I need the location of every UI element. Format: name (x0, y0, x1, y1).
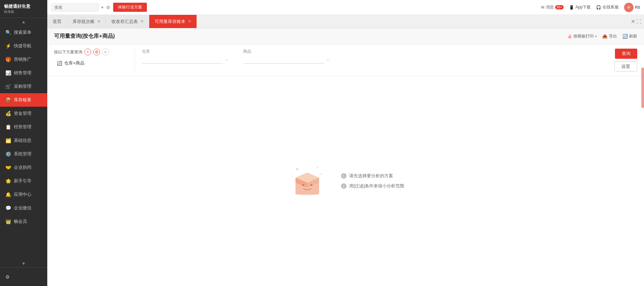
logo-subtitle: 标准版 (4, 9, 43, 14)
tab-close-all-button[interactable]: ✕ (631, 19, 635, 24)
settings-button[interactable]: 设置 (614, 61, 637, 72)
sidebar-item-inventory[interactable]: 📦 库存核算 (0, 93, 47, 107)
appcenter-icon: 🔔 (5, 192, 11, 197)
app-download-button[interactable]: 📱 App下载 (569, 4, 591, 10)
tab-summary[interactable]: 收发存汇总表 ✕ (106, 15, 149, 28)
sidebar-item-label-search: 搜索菜单 (14, 29, 31, 35)
sidebar-item-search[interactable]: 🔍 搜索菜单 (0, 26, 47, 39)
right-scrollbar[interactable] (641, 68, 644, 108)
content: 可用量查询(按仓库+商品) 🖨 按模板打印 ▾ 📤 导出 🔄 刷新 (47, 28, 644, 286)
sidebar-item-system[interactable]: ⚙️ 系统管理 (0, 147, 47, 161)
avatar: R (624, 3, 634, 12)
sidebar-item-label-member: 畅会员 (14, 218, 27, 225)
sidebar-item-label-purchase: 采购管理 (14, 83, 31, 89)
main: ▾ ⚙ 体验行业方案 ✉ 消息 99+ 📱 App下载 🎧 在线客服 R Ri (47, 0, 644, 286)
sidebar-item-purchase[interactable]: 🛒 采购管理 (0, 80, 47, 93)
filter-area: 按以下方案查询 + ⚙ « 🔄 仓库+商品 仓库 ··· (47, 45, 644, 76)
filter-option-warehouse[interactable]: 🔄 仓库+商品 (54, 58, 129, 68)
user-menu[interactable]: R Rit (624, 3, 640, 12)
goods-input-row: ··· (243, 56, 338, 64)
avatar-text: R (627, 5, 630, 9)
warehouse-input[interactable] (142, 56, 223, 64)
goods-label: 商品 (243, 49, 338, 54)
message-label: 消息 (546, 4, 554, 10)
sidebar-item-basic[interactable]: 🗂️ 基础信息 (0, 134, 47, 147)
export-button[interactable]: 📤 导出 (602, 33, 617, 39)
settings-icon: ⚙ (5, 274, 10, 280)
message-button[interactable]: ✉ 消息 99+ (541, 4, 564, 10)
sidebar-item-label-enterprise: 企业协同 (14, 164, 31, 171)
sidebar-item-member[interactable]: 👑 畅会员 (0, 215, 47, 228)
message-badge: 99+ (555, 5, 564, 9)
empty-state: 1 请先选择要分析的方案 2 用[过滤]条件来缩小分析范围 (47, 76, 644, 286)
sidebar-item-enterprise[interactable]: 🤝 企业协同 (0, 161, 47, 174)
sidebar-item-finance[interactable]: 💰 资金管理 (0, 107, 47, 120)
goods-more-btn[interactable]: ··· (326, 57, 330, 62)
svg-point-5 (302, 184, 304, 186)
export-icon: 📤 (602, 34, 608, 39)
collapse-button[interactable]: « (102, 49, 109, 55)
tab-batch-label: 库存批次账 (73, 19, 95, 25)
print-chevron: ▾ (595, 34, 597, 38)
tab-available-label: 可用量库存账本 (155, 19, 185, 25)
shortcut-icon: ⚡ (5, 43, 11, 49)
inventory-icon: 📦 (5, 97, 11, 103)
sidebar-scroll-up[interactable]: ▲ (0, 18, 47, 26)
tab-home[interactable]: 首页 (47, 15, 67, 28)
print-label: 按模板打印 (573, 33, 594, 39)
sales-icon: 📊 (5, 70, 11, 76)
service-button[interactable]: 🎧 在线客服 (596, 4, 619, 10)
sidebar-scroll-down[interactable]: ▼ (0, 260, 47, 267)
svg-point-8 (317, 167, 318, 168)
sidebar-item-appcenter[interactable]: 🔔 应用中心 (0, 188, 47, 201)
step2-num: 2 (341, 183, 346, 189)
warehouse-more-btn[interactable]: ··· (225, 57, 228, 62)
filter-right: 仓库 ··· 商品 ··· 查询 设置 (135, 49, 637, 72)
sidebar-item-operations[interactable]: 📋 经营管理 (0, 120, 47, 134)
sidebar-item-label-shortcut: 快捷导航 (14, 43, 31, 49)
sidebar-item-marketing[interactable]: 🎁 营销推广 (0, 53, 47, 66)
tab-expand-button[interactable]: ⛶ (637, 19, 641, 24)
sidebar-item-settings[interactable]: ⚙ (0, 270, 47, 283)
sidebar-item-sales[interactable]: 📊 销售管理 (0, 66, 47, 80)
tab-batch[interactable]: 库存批次账 ✕ (67, 15, 106, 28)
tab-summary-close-icon[interactable]: ✕ (140, 19, 144, 24)
trial-button[interactable]: 体验行业方案 (113, 3, 147, 12)
tabbar-actions: ✕ ⛶ (628, 15, 644, 28)
step1-label: 请先选择要分析的方案 (349, 173, 393, 179)
refresh-button[interactable]: 🔄 刷新 (622, 33, 637, 39)
tabbar: 首页 库存批次账 ✕ 收发存汇总表 ✕ 可用量库存账本 ✕ ✕ ⛶ (47, 15, 644, 28)
page-header: 可用量查询(按仓库+商品) 🖨 按模板打印 ▾ 📤 导出 🔄 刷新 (47, 28, 644, 45)
sidebar-item-label-sales: 销售管理 (14, 70, 31, 76)
tab-available-close-icon[interactable]: ✕ (188, 19, 191, 24)
tab-batch-close-icon[interactable]: ✕ (97, 19, 100, 24)
goods-input[interactable] (243, 56, 324, 64)
empty-step2: 2 用[过滤]条件来缩小分析范围 (341, 183, 404, 189)
goods-field: 商品 ··· (243, 49, 338, 64)
weixin-icon: 💬 (5, 205, 11, 211)
sidebar-item-newbie[interactable]: 🌟 新手引导 (0, 174, 47, 188)
edit-scheme-button[interactable]: ⚙ (93, 49, 100, 55)
system-icon: ⚙️ (5, 151, 11, 157)
svg-point-10 (291, 175, 293, 177)
sidebar-item-label-newbie: 新手引导 (14, 178, 31, 184)
sidebar: 畅捷通好生意 标准版 ▲ 🔍 搜索菜单 ⚡ 快捷导航 🎁 营销推广 📊 销售管理… (0, 0, 47, 286)
search-icon: 🔍 (5, 30, 11, 35)
message-icon: ✉ (541, 5, 544, 10)
member-icon: 👑 (5, 219, 11, 224)
query-button[interactable]: 查询 (615, 49, 637, 59)
filter-actions: 查询 设置 (614, 49, 637, 72)
topbar-gear-icon[interactable]: ⚙ (106, 5, 110, 10)
sidebar-item-shortcut[interactable]: ⚡ 快捷导航 (0, 39, 47, 53)
sidebar-item-weixin[interactable]: 💬 企业微信 (0, 201, 47, 215)
app-label: App下载 (575, 4, 591, 10)
search-input[interactable] (51, 3, 99, 11)
add-scheme-button[interactable]: + (84, 49, 91, 55)
page-header-actions: 🖨 按模板打印 ▾ 📤 导出 🔄 刷新 (568, 33, 637, 39)
user-name: Rit (635, 5, 640, 10)
topbar-chevron-icon[interactable]: ▾ (101, 5, 103, 10)
tab-available[interactable]: 可用量库存账本 ✕ (149, 15, 197, 28)
sidebar-item-label-marketing: 营销推广 (14, 56, 31, 62)
warehouse-label: 仓库 (142, 49, 236, 54)
print-button[interactable]: 🖨 按模板打印 ▾ (568, 33, 597, 39)
